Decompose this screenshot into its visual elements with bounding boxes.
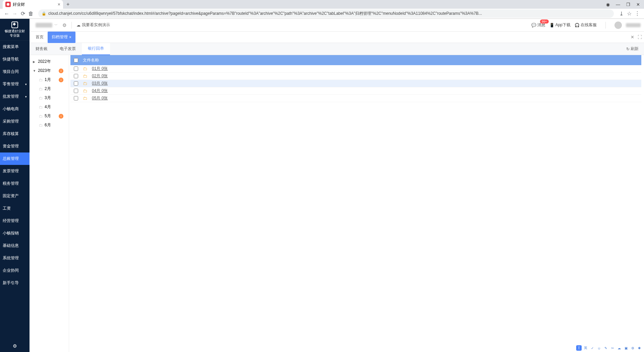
tab-close-icon[interactable]: ×: [58, 2, 60, 7]
sidebar-item[interactable]: 零售管理▾: [0, 78, 30, 90]
star-icon[interactable]: ☆: [625, 10, 633, 17]
sidebar-item-label: 采购管理: [3, 119, 19, 124]
sidebar-item[interactable]: 发票管理: [0, 165, 30, 177]
tray-icon[interactable]: ✱: [637, 345, 642, 351]
url-bar[interactable]: 🔒 cloud.chanjet.com/cc/u6d89qwnryel/57bf…: [38, 9, 614, 18]
row-checkbox[interactable]: [74, 89, 78, 93]
sidebar-item[interactable]: 采购管理: [0, 115, 30, 128]
sidebar-item[interactable]: 批发管理▾: [0, 90, 30, 103]
tab-close-icon[interactable]: ×: [69, 35, 71, 40]
sidebar-item[interactable]: 经营管理: [0, 215, 30, 227]
tree-month[interactable]: 🗀1月i: [30, 75, 69, 84]
tray-icon[interactable]: ☁: [616, 345, 622, 351]
org-selector[interactable]: ﹀: [33, 22, 60, 28]
tree-month[interactable]: 🗀5月i: [30, 112, 69, 121]
month-label: 5月: [45, 113, 51, 119]
app-download[interactable]: 📱 App下载: [549, 22, 571, 28]
tray-icon[interactable]: ▣: [623, 345, 629, 351]
msg-badge: 99+: [540, 19, 548, 24]
file-name[interactable]: 01月 0张: [92, 66, 108, 72]
ime-indicator[interactable]: 王: [576, 345, 582, 351]
avatar[interactable]: [614, 21, 622, 29]
sidebar-settings[interactable]: ⚙: [0, 340, 30, 352]
subtab-einvoice[interactable]: 电子发票: [54, 43, 82, 55]
incognito-icon[interactable]: ◉: [606, 2, 610, 7]
nav-back[interactable]: ←: [3, 11, 11, 17]
tab-archive[interactable]: 归档管理 ×: [48, 32, 75, 43]
select-all-checkbox[interactable]: [74, 58, 78, 62]
file-list-header: 文件名称: [70, 55, 641, 65]
year-tree: ▶ 2022年 ▼ 2023年 i 🗀1月i🗀2月🗀3月🗀4月🗀5月i🗀6月: [30, 55, 69, 352]
file-row[interactable]: 🗀04月 0张: [70, 87, 641, 95]
ime-lang[interactable]: 英: [583, 345, 588, 351]
row-checkbox[interactable]: [74, 96, 78, 100]
tree-month[interactable]: 🗀3月: [30, 93, 69, 102]
online-service[interactable]: 🎧 在线客服: [575, 22, 597, 28]
tree-year-2023[interactable]: ▼ 2023年 i: [30, 66, 69, 75]
tree-month[interactable]: 🗀4月: [30, 102, 69, 112]
year-label: 2023年: [38, 68, 51, 74]
folder-icon: 🗀: [83, 74, 87, 79]
sidebar-item[interactable]: 系统管理: [0, 252, 30, 264]
sidebar-item[interactable]: 工资: [0, 202, 30, 215]
tree-year-2022[interactable]: ▶ 2022年: [30, 57, 69, 66]
sidebar-item[interactable]: 小畅电商: [0, 103, 30, 115]
row-checkbox[interactable]: [74, 81, 78, 86]
chrome-menu[interactable]: ⋮: [633, 10, 641, 17]
tray-icon[interactable]: ☺: [596, 345, 602, 351]
tray-icon[interactable]: ⚙: [630, 345, 635, 351]
browser-tab[interactable]: 好业财 ×: [3, 0, 63, 9]
row-checkbox[interactable]: [74, 74, 78, 78]
sidebar-item[interactable]: 新手引导: [0, 277, 30, 289]
install-app-icon[interactable]: ⤓: [617, 10, 625, 17]
file-name[interactable]: 03月 0张: [92, 81, 108, 86]
chevron-down-icon: ▾: [25, 83, 27, 86]
file-name[interactable]: 04月 0张: [92, 88, 108, 94]
window-close[interactable]: ✕: [636, 2, 640, 7]
month-label: 4月: [45, 104, 51, 110]
nav-reload[interactable]: ⟳: [19, 10, 27, 17]
tree-month[interactable]: 🗀6月: [30, 121, 69, 130]
sidebar-item[interactable]: 企业协同: [0, 264, 30, 277]
file-row[interactable]: 🗀01月 0张: [70, 65, 641, 73]
cloud-icon: ☁: [76, 23, 80, 28]
file-name[interactable]: 02月 0张: [92, 73, 108, 79]
file-row[interactable]: 🗀03月 0张: [70, 80, 641, 87]
sidebar-item-label: 基础信息: [3, 243, 19, 249]
trash-icon[interactable]: 🗑: [27, 11, 35, 17]
sidebar-item[interactable]: 税务管理: [0, 177, 30, 190]
row-checkbox[interactable]: [74, 67, 78, 71]
file-row[interactable]: 🗀02月 0张: [70, 73, 641, 80]
messages-button[interactable]: 💬 消息 99+: [531, 22, 545, 28]
sidebar-item[interactable]: 快捷导航: [0, 53, 30, 65]
sidebar-item[interactable]: 资金管理: [0, 140, 30, 152]
tray-icon[interactable]: ✎: [603, 345, 608, 351]
browser-toolbar: ← → ⟳ 🗑 🔒 cloud.chanjet.com/cc/u6d89qwnr…: [0, 9, 644, 19]
tab-home[interactable]: 首页: [32, 32, 48, 43]
tray-icon[interactable]: ✓: [590, 345, 595, 351]
close-all-tabs[interactable]: ✕: [631, 35, 634, 40]
sidebar-item[interactable]: 基础信息: [0, 239, 30, 252]
refresh-button[interactable]: ↻ 刷新: [626, 46, 644, 52]
window-minimize[interactable]: ―: [616, 2, 620, 7]
sidebar-item[interactable]: 项目合同: [0, 65, 30, 78]
tree-month[interactable]: 🗀2月: [30, 84, 69, 93]
demo-link[interactable]: ☁ 我要看实例演示: [76, 22, 110, 28]
sidebar-item[interactable]: 搜索菜单: [0, 41, 30, 53]
sidebar-item[interactable]: 库存核算: [0, 128, 30, 140]
sidebar-item[interactable]: 总账管理: [0, 152, 30, 165]
sidebar-item-label: 搜索菜单: [3, 44, 19, 50]
tray-icon[interactable]: ✂: [610, 345, 615, 351]
file-row[interactable]: 🗀05月 0张: [70, 95, 641, 102]
org-settings-icon[interactable]: ⚙: [62, 23, 67, 28]
file-name[interactable]: 05月 0张: [92, 95, 108, 101]
sidebar-item-label: 小畅报销: [3, 230, 19, 236]
sidebar-item[interactable]: 小畅报销: [0, 227, 30, 239]
subtab-finance[interactable]: 财务账: [30, 43, 54, 55]
chevron-down-icon: ▼: [33, 69, 36, 73]
sidebar-item[interactable]: 固定资产: [0, 190, 30, 202]
subtab-bankreceipt[interactable]: 银行回单: [82, 43, 110, 55]
new-tab-button[interactable]: +: [66, 1, 69, 7]
window-maximize[interactable]: ❐: [626, 2, 630, 7]
fullscreen-icon[interactable]: ⛶: [638, 35, 642, 40]
